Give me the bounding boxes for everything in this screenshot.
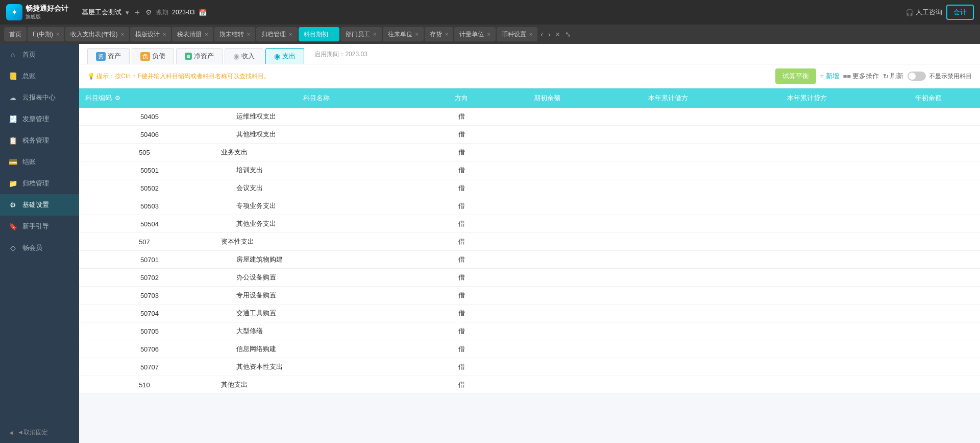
table-container: 科目编码 ⚙ 科目名称 方向 期初余额 本年累计借方 本年累计贷方 年初余额 5… [79,88,980,443]
cell-ytd-balance [876,233,980,251]
cell-direction: 借 [428,126,496,144]
tab-home[interactable]: 首页 [4,27,27,41]
close-icon[interactable]: × [205,31,208,37]
sidebar-item-ledger[interactable]: 📒 总账 [0,65,79,87]
app-name: 畅捷通好会计 [26,4,68,13]
tab-close-all-btn[interactable]: × [554,29,562,39]
tab-income[interactable]: 收入支出表(年报) × [65,27,129,41]
tab-mid[interactable]: E(中期) × [28,27,64,41]
close-icon[interactable]: × [56,31,59,37]
sub-tab-liabilities[interactable]: 负 负债 [132,48,174,64]
calc-balance-btn[interactable]: 试算平衡 [775,68,816,84]
cell-ytd-credit [738,376,876,394]
close-icon[interactable]: × [331,31,334,37]
close-icon[interactable]: × [445,31,448,37]
consult-btn[interactable]: 🎧 人工咨询 [905,8,942,17]
sidebar-item-checkout[interactable]: 💳 结账 [0,151,79,173]
add-company-btn[interactable]: ＋ [133,7,141,18]
tab-currency[interactable]: 币种设置 × [497,27,537,41]
cell-period-balance [496,287,599,305]
col-header-name: 科目名称 [206,88,428,108]
tab-prev-btn[interactable]: ‹ [538,29,545,39]
close-icon[interactable]: × [120,31,124,37]
cell-code: 50703 [79,287,206,305]
sub-tab-income[interactable]: ◉ 收入 [225,48,263,64]
close-icon[interactable]: × [415,31,419,37]
tax-icon: 📋 [8,136,17,145]
close-icon[interactable]: × [163,31,166,37]
refresh-btn[interactable]: ↻ 刷新 [883,72,903,81]
toggle-disabled-subjects[interactable] [908,72,926,81]
sidebar-item-reports[interactable]: ☁ 云报表中心 [0,87,79,108]
close-icon[interactable]: × [373,31,376,37]
cell-name: 其他维权支出 [206,126,428,144]
cell-ytd-credit [738,126,876,144]
cell-name: 其他支出 [206,376,428,394]
close-icon[interactable]: × [529,31,532,37]
cell-code: 50705 [79,322,206,340]
cell-period-balance [496,126,599,144]
tab-maximize-btn[interactable]: ⤡ [563,29,573,39]
cell-code: 50704 [79,305,206,322]
cell-direction: 借 [428,358,496,376]
settings-icon[interactable]: ⚙ [145,8,152,16]
sub-tab-net-assets[interactable]: ≡ 净资产 [176,48,223,64]
cell-ytd-debit [599,251,738,269]
close-icon[interactable]: × [247,31,250,37]
sidebar-item-home[interactable]: ⌂ 首页 [0,44,79,65]
invoice-icon: 🧾 [8,115,17,123]
gear-icon[interactable]: ⚙ [115,95,120,102]
cell-ytd-balance [876,215,980,233]
table-row: 50706 信息网络购建 借 [79,340,980,358]
sub-tab-assets[interactable]: 资 资产 [87,48,130,64]
tab-unit-measure[interactable]: 计量单位 × [454,27,495,41]
close-icon[interactable]: × [289,31,292,37]
member-icon: ◇ [8,244,17,252]
tab-stock[interactable]: 存货 × [425,27,453,41]
table-row: 50502 会议支出 借 [79,179,980,197]
tab-template[interactable]: 模版设计 × [130,27,171,41]
add-btn[interactable]: + 新增 [820,72,839,81]
cell-ytd-balance [876,161,980,179]
table-header-row: 科目编码 ⚙ 科目名称 方向 期初余额 本年累计借方 本年累计贷方 年初余额 [79,88,980,108]
sidebar-pin-btn[interactable]: ◄ ◄取消固定 [0,422,79,443]
top-header: ✦ 畅捷通好会计 旗舰版 基层工会测试 ▾ ＋ ⚙ 账期 2023-03 📅 🎧… [0,0,980,25]
cell-code: 50706 [79,340,206,358]
sidebar-item-invoice[interactable]: 🧾 发票管理 [0,108,79,130]
sidebar-item-member[interactable]: ◇ 畅会员 [0,237,79,259]
dropdown-icon[interactable]: ▾ [126,9,129,16]
income-icon: ◉ [233,52,239,60]
guide-icon: 🔖 [8,222,17,230]
liabilities-icon: 负 [140,52,150,61]
header-right: 🎧 人工咨询 会计 [905,5,974,20]
sub-tab-expenditure[interactable]: ◉ 支出 [265,48,304,64]
cell-ytd-debit [599,126,738,144]
account-btn[interactable]: 会计 [946,5,974,20]
cell-direction: 借 [428,215,496,233]
col-header-direction: 方向 [428,88,496,108]
tab-units[interactable]: 往来单位 × [383,27,424,41]
sidebar-item-archive[interactable]: 📁 归档管理 [0,173,79,194]
cell-name: 专用设备购置 [206,287,428,305]
cell-period-balance [496,340,599,358]
sidebar-item-basic-settings[interactable]: ⚙ 基础设置 [0,194,79,216]
tab-archive[interactable]: 归档管理 × [256,27,297,41]
tab-dept[interactable]: 部门员工 × [340,27,381,41]
sidebar-item-guide[interactable]: 🔖 新手引导 [0,216,79,237]
table-row: 50703 专用设备购置 借 [79,287,980,305]
cell-name: 培训支出 [206,161,428,179]
calendar-icon[interactable]: 📅 [199,9,207,16]
cell-direction: 借 [428,287,496,305]
more-actions-btn[interactable]: ≡≡ 更多操作 [843,72,879,81]
close-icon[interactable]: × [487,31,490,37]
cell-ytd-debit [599,269,738,287]
tab-next-btn[interactable]: › [546,29,553,39]
cell-direction: 借 [428,340,496,358]
col-header-period-balance: 期初余额 [496,88,599,108]
tab-subject-init[interactable]: 科目期初 × [299,27,339,41]
cell-ytd-debit [599,215,738,233]
sidebar-item-tax[interactable]: 📋 税务管理 [0,130,79,151]
cell-ytd-credit [738,287,876,305]
tab-period-end[interactable]: 期末结转 × [214,27,255,41]
tab-tax[interactable]: 税表清册 × [172,27,213,41]
